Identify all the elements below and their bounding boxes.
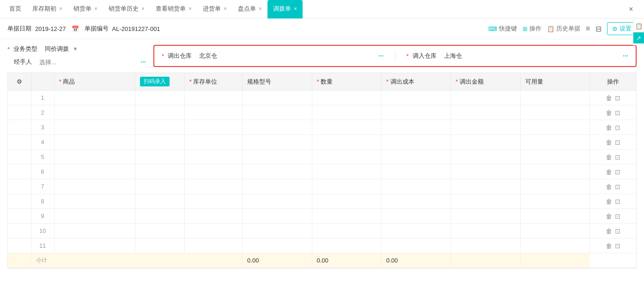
- right-sidebar: 📋 ↗: [633, 18, 644, 45]
- row-unit-1: [184, 91, 242, 105]
- header-available: 可用量: [520, 73, 589, 91]
- number-label: 单据编号: [85, 24, 109, 33]
- tab-close-sales-order[interactable]: ×: [94, 6, 97, 12]
- table-row: 4 🗑 ⊡: [8, 135, 636, 150]
- copy-icon-4[interactable]: ⊡: [615, 139, 620, 146]
- date-field: 单据日期 2019-12-27 📅: [7, 24, 79, 33]
- business-type-dropdown[interactable]: ▼: [73, 46, 78, 52]
- table-row: 7 🗑 ⊡: [8, 179, 636, 194]
- tab-close-transfer-order[interactable]: ×: [294, 6, 297, 12]
- window-close-button[interactable]: ×: [622, 0, 640, 18]
- copy-icon-2[interactable]: ⊡: [615, 109, 620, 116]
- history-button[interactable]: 📋 历史单据: [547, 24, 580, 33]
- copy-icon-8[interactable]: ⊡: [615, 198, 620, 205]
- copy-icon-1[interactable]: ⊡: [615, 94, 620, 102]
- tab-close-inventory-check[interactable]: ×: [259, 6, 262, 12]
- copy-icon-7[interactable]: ⊡: [615, 183, 620, 190]
- tab-bar: 首页 库存期初 × 销货单 × 销货单历史 × 查看销货单 × 进货单 × 盘点…: [0, 0, 644, 18]
- sidebar-export-button[interactable]: ↗: [633, 32, 644, 43]
- tab-transfer-order[interactable]: 调拨单 ×: [267, 0, 303, 18]
- copy-icon-10[interactable]: ⊡: [615, 227, 620, 235]
- transfer-in-value[interactable]: 上海仓: [444, 52, 462, 60]
- delete-icon-8[interactable]: 🗑: [606, 198, 612, 205]
- business-type-field: * 业务类型 同价调拨 ▼: [7, 45, 146, 53]
- copy-icon-6[interactable]: ⊡: [615, 168, 620, 176]
- copy-icon-11[interactable]: ⊡: [615, 242, 620, 250]
- settings-gear-icon: ⚙: [612, 25, 618, 32]
- date-value[interactable]: 2019-12-27: [35, 25, 66, 32]
- layout1-icon: ≡: [586, 24, 590, 33]
- header-qty: * 数量: [312, 73, 381, 91]
- handler-input[interactable]: [39, 59, 137, 66]
- delete-icon-4[interactable]: 🗑: [606, 139, 612, 146]
- header-cost: * 调出成本: [381, 73, 450, 91]
- operations-button[interactable]: ⊞ 操作: [522, 24, 541, 33]
- tab-inventory-init[interactable]: 库存期初 ×: [27, 0, 68, 18]
- transfer-in-more-button[interactable]: ···: [623, 52, 628, 60]
- transfer-out-section: * 调出仓库 北京仓 ···: [162, 52, 384, 60]
- transfer-out-more-button[interactable]: ···: [378, 52, 384, 60]
- tab-close-inventory-init[interactable]: ×: [59, 6, 62, 12]
- copy-icon-9[interactable]: ⊡: [615, 213, 620, 220]
- header-spec: 规格型号: [243, 73, 312, 91]
- copy-icon-3[interactable]: ⊡: [615, 124, 620, 131]
- shortcuts-icon: ⌨: [488, 25, 497, 32]
- delete-icon-2[interactable]: 🗑: [606, 109, 612, 116]
- settings-button[interactable]: ⚙ 设置: [607, 22, 637, 35]
- scan-button[interactable]: 扫码录入: [140, 77, 170, 86]
- form-section: * 业务类型 同价调拨 ▼ 经手人 ··· * 调出仓库 北京仓 ··· * 调…: [0, 39, 644, 73]
- handler-field: 经手人 ···: [7, 58, 146, 66]
- toolbar-right: ⌨ 快捷键 ⊞ 操作 📋 历史单据 ≡ ⊟ ⚙ 设置: [488, 22, 637, 35]
- layout1-button[interactable]: ≡: [586, 24, 590, 33]
- layout2-icon: ⊟: [595, 24, 601, 33]
- tab-close-view-sales[interactable]: ×: [188, 6, 192, 12]
- row-scan-1: [135, 91, 185, 105]
- tab-home[interactable]: 首页: [4, 0, 27, 18]
- table-row: 5 🗑 ⊡: [8, 150, 636, 165]
- row-available-1: [520, 91, 589, 105]
- row-spec-1: [243, 91, 312, 105]
- tab-sales-history[interactable]: 销货单历史 ×: [103, 0, 150, 18]
- transfer-out-label: 调出仓库: [168, 52, 192, 60]
- header-num: [31, 73, 54, 91]
- handler-more-button[interactable]: ···: [140, 58, 146, 66]
- table-row: 10 🗑 ⊡: [8, 224, 636, 238]
- subtotal-cost: 0.00: [312, 253, 381, 268]
- header-gear[interactable]: ⚙: [8, 73, 31, 91]
- delete-icon-11[interactable]: 🗑: [606, 242, 612, 250]
- tab-close-sales-history[interactable]: ×: [141, 6, 145, 12]
- tab-sales-order[interactable]: 销货单 ×: [68, 0, 103, 18]
- delete-icon-3[interactable]: 🗑: [606, 124, 612, 131]
- delete-icon-9[interactable]: 🗑: [606, 213, 612, 220]
- layout2-button[interactable]: ⊟: [595, 24, 601, 33]
- copy-icon-5[interactable]: ⊡: [615, 153, 620, 161]
- header-scan: 扫码录入: [135, 73, 185, 91]
- delete-icon-10[interactable]: 🗑: [606, 227, 612, 235]
- calendar-icon[interactable]: 📅: [72, 25, 79, 32]
- transfer-out-value[interactable]: 北京仓: [199, 52, 217, 60]
- delete-icon-7[interactable]: 🗑: [606, 183, 612, 190]
- table-row: 8 🗑 ⊡: [8, 194, 636, 209]
- business-type-label: 业务类型: [13, 45, 37, 53]
- shortcuts-button[interactable]: ⌨ 快捷键: [488, 24, 517, 33]
- delete-icon-5[interactable]: 🗑: [606, 153, 612, 161]
- table-row: 9 🗑 ⊡: [8, 209, 636, 224]
- tab-close-purchase-order[interactable]: ×: [224, 6, 227, 12]
- delete-icon-1[interactable]: 🗑: [606, 94, 612, 102]
- tab-view-sales[interactable]: 查看销货单 ×: [150, 0, 197, 18]
- tab-inventory-check[interactable]: 盘点单 ×: [232, 0, 267, 18]
- subtotal-amount: 0.00: [381, 253, 450, 268]
- business-type-required: *: [7, 46, 10, 53]
- tab-purchase-order[interactable]: 进货单 ×: [197, 0, 232, 18]
- header-unit: * 库存单位: [184, 73, 242, 91]
- row-ops-1: 🗑 ⊡: [590, 91, 636, 105]
- sidebar-note-button[interactable]: 📋: [633, 20, 644, 31]
- business-type-value[interactable]: 同价调拨: [45, 45, 69, 53]
- delete-icon-6[interactable]: 🗑: [606, 168, 612, 176]
- row-product-1[interactable]: [54, 91, 135, 105]
- number-field: 单据编号 AL-20191227-001: [85, 24, 160, 33]
- toolbar: 单据日期 2019-12-27 📅 单据编号 AL-20191227-001 ⌨…: [0, 18, 644, 39]
- header-product: * 商品: [54, 73, 135, 91]
- date-label: 单据日期: [7, 24, 31, 33]
- table-row: 11 🗑 ⊡: [8, 238, 636, 253]
